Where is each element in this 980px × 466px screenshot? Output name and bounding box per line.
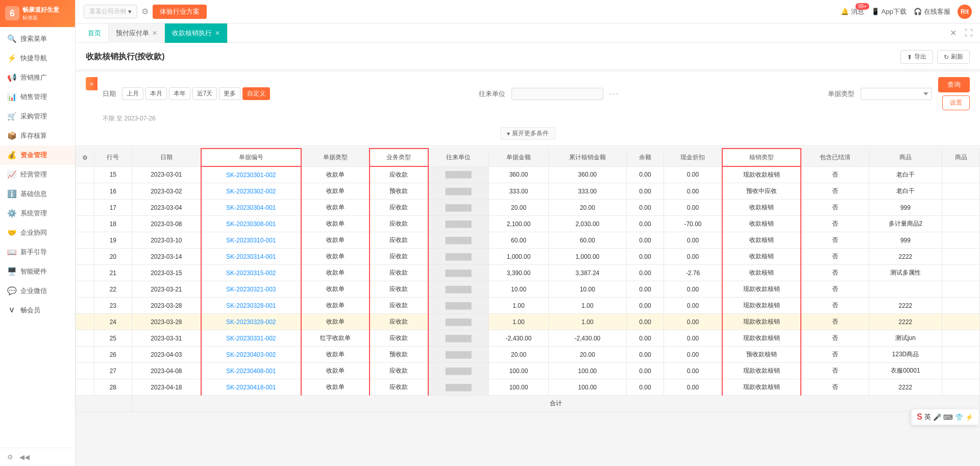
dropdown-arrow-icon: ▾ bbox=[128, 8, 132, 15]
tab-home[interactable]: 首页 bbox=[81, 23, 109, 43]
customer-service-item[interactable]: 🎧 在线客服 bbox=[914, 7, 950, 16]
badge-grid-icon: ⌨ bbox=[943, 413, 953, 421]
inventory-icon: 📦 bbox=[7, 131, 16, 140]
logo-text: 畅康道好生意 标推版 bbox=[22, 6, 59, 21]
voucher-type-label: 单据类型 bbox=[828, 89, 854, 99]
partner-input[interactable] bbox=[511, 88, 603, 100]
info-icon: ℹ️ bbox=[7, 189, 16, 199]
sidebar-logo: 6 畅康道好生意 标推版 bbox=[0, 0, 75, 27]
app-download-item[interactable]: 📱 App下载 bbox=[871, 7, 906, 16]
th-product2: 商品 bbox=[942, 149, 980, 166]
th-cash-discount: 现金折扣 bbox=[664, 149, 722, 166]
page-header: 收款核销执行(按收款) ⬆ 导出 ↻ 刷新 bbox=[76, 43, 980, 69]
th-partner: 往来单位 bbox=[428, 149, 489, 166]
tabbar-right: ✕ ⛶ bbox=[948, 26, 975, 40]
chevron-down-icon: ▾ bbox=[507, 130, 510, 137]
date-btn-custom[interactable]: 自定义 bbox=[242, 87, 270, 100]
voucher-no-link[interactable]: SK-20230403-002 bbox=[226, 351, 276, 358]
sidebar-collapse-btn[interactable]: ◀◀ bbox=[19, 453, 30, 461]
topbar-right: 🔔 消息 99+ 📱 App下载 🎧 在线客服 Rit bbox=[841, 5, 972, 19]
badge-text: 英 bbox=[924, 412, 931, 422]
th-settings[interactable]: ⚙ bbox=[76, 149, 94, 166]
voucher-no-link[interactable]: SK-20230321-003 bbox=[226, 286, 276, 293]
main-area: 某某公司示例 ▾ ⚙ 体验行业方案 🔔 消息 99+ 📱 App下载 🎧 在线客… bbox=[76, 0, 980, 466]
sidebar-item-system[interactable]: ⚙️ 系统管理 bbox=[0, 204, 75, 223]
sidebar-item-search[interactable]: 🔍 搜索菜单 bbox=[0, 29, 75, 48]
voucher-no-link[interactable]: SK-20230301-002 bbox=[226, 171, 276, 179]
date-btn-this-month[interactable]: 本月 bbox=[145, 87, 167, 100]
tab-close-write-off[interactable]: ✕ bbox=[215, 30, 220, 37]
badge-extra-icon: ⚡ bbox=[965, 413, 973, 421]
sales-icon: 📊 bbox=[7, 92, 16, 102]
message-bell-icon: 🔔 bbox=[841, 8, 849, 15]
expand-conditions-button[interactable]: ▾ 展开更多条件 bbox=[500, 127, 555, 140]
voucher-no-link[interactable]: SK-20230408-001 bbox=[226, 367, 276, 375]
voucher-no-link[interactable]: SK-20230310-001 bbox=[226, 237, 276, 244]
messages-item[interactable]: 🔔 消息 99+ bbox=[841, 7, 864, 16]
voucher-no-link[interactable]: SK-20230315-002 bbox=[226, 269, 276, 277]
sidebar-item-finance[interactable]: 💰 资金管理 bbox=[0, 145, 75, 165]
voucher-no-link[interactable]: SK-20230331-002 bbox=[226, 335, 276, 342]
sidebar: 6 畅康道好生意 标推版 🔍 搜索菜单 ⚡ 快捷导航 📢 营销推广 📊 销售管理… bbox=[0, 0, 76, 466]
voucher-no-link[interactable]: SK-20230328-002 bbox=[226, 318, 276, 326]
sidebar-item-marketing[interactable]: 📢 营销推广 bbox=[0, 68, 75, 87]
date-btn-this-year[interactable]: 本年 bbox=[169, 87, 190, 100]
settings-gear-icon[interactable]: ⚙ bbox=[141, 7, 149, 16]
sidebar-item-shortcut[interactable]: ⚡ 快捷导航 bbox=[0, 48, 75, 68]
filter-date-buttons: 上月 本月 本年 近7天 更多 自定义 bbox=[122, 87, 271, 100]
date-btn-last-month[interactable]: 上月 bbox=[122, 87, 143, 100]
industry-solution-button[interactable]: 体验行业方案 bbox=[153, 5, 207, 19]
date-btn-more[interactable]: 更多 bbox=[219, 87, 240, 100]
table-row: 192023-03-10SK-20230310-001收款单应收款██████6… bbox=[76, 232, 980, 249]
sidebar-bottom: ⚙ ◀◀ bbox=[0, 448, 75, 466]
voucher-no-link[interactable]: SK-20230308-001 bbox=[226, 220, 276, 228]
date-filter-label: 日期 bbox=[103, 89, 116, 99]
voucher-no-link[interactable]: SK-20230418-001 bbox=[226, 384, 276, 391]
sidebar-item-hardware[interactable]: 🖥️ 智能硬件 bbox=[0, 262, 75, 281]
filter-query-area: 查询 设置 bbox=[938, 77, 970, 110]
voucher-no-link[interactable]: SK-20230302-002 bbox=[226, 188, 276, 195]
query-button[interactable]: 查询 bbox=[938, 77, 970, 92]
sidebar-item-purchase[interactable]: 🛒 采购管理 bbox=[0, 107, 75, 126]
export-icon: ⬆ bbox=[907, 54, 912, 61]
s-logo-icon: S bbox=[917, 412, 922, 422]
topbar: 某某公司示例 ▾ ⚙ 体验行业方案 🔔 消息 99+ 📱 App下载 🎧 在线客… bbox=[76, 0, 980, 23]
sidebar-item-member[interactable]: V 畅会员 bbox=[0, 301, 75, 320]
refresh-button[interactable]: ↻ 刷新 bbox=[937, 50, 970, 64]
sidebar-settings-btn[interactable]: ⚙ bbox=[7, 453, 13, 461]
th-biz-type: 业务类型 bbox=[370, 149, 428, 166]
tab-write-off[interactable]: 收款核销执行 ✕ bbox=[165, 23, 228, 43]
headset-icon: 🎧 bbox=[914, 8, 922, 15]
voucher-no-link[interactable]: SK-20230328-001 bbox=[226, 302, 276, 309]
tab-close-all-button[interactable]: ✕ bbox=[948, 26, 959, 40]
sidebar-item-inventory[interactable]: 📦 库存核算 bbox=[0, 126, 75, 145]
sidebar-item-sales[interactable]: 📊 销售管理 bbox=[0, 87, 75, 107]
sidebar-item-wechat[interactable]: 💬 企业微信 bbox=[0, 281, 75, 301]
voucher-no-link[interactable]: SK-20230314-001 bbox=[226, 253, 276, 260]
settings-button[interactable]: 设置 bbox=[942, 95, 970, 110]
table-row: 232023-03-28SK-20230328-001收款单应收款██████1… bbox=[76, 298, 980, 314]
logo-icon: 6 bbox=[5, 6, 19, 20]
table-row: 202023-03-14SK-20230314-001收款单应收款██████1… bbox=[76, 249, 980, 265]
table-row: 162023-03-02SK-20230302-002收款单预收款██████3… bbox=[76, 183, 980, 200]
finance-icon: 💰 bbox=[7, 151, 16, 160]
shortcut-icon: ⚡ bbox=[7, 54, 16, 63]
voucher-type-select[interactable] bbox=[861, 88, 932, 100]
tab-close-prepayment[interactable]: ✕ bbox=[152, 30, 157, 37]
company-dropdown[interactable]: 某某公司示例 ▾ bbox=[84, 5, 137, 18]
tab-prepayment[interactable]: 预付应付单 ✕ bbox=[109, 23, 165, 43]
management-icon: 📈 bbox=[7, 170, 16, 179]
user-avatar[interactable]: Rit bbox=[958, 5, 972, 19]
sidebar-item-basic-info[interactable]: ℹ️ 基础信息 bbox=[0, 184, 75, 204]
sidebar-item-guide[interactable]: 📖 新手引导 bbox=[0, 242, 75, 262]
topbar-left: 某某公司示例 ▾ ⚙ 体验行业方案 bbox=[84, 5, 836, 19]
tab-maximize-button[interactable]: ⛶ bbox=[963, 27, 975, 40]
filter-expand-button[interactable]: » bbox=[86, 77, 97, 90]
sidebar-item-collaboration[interactable]: 🤝 企业协同 bbox=[0, 223, 75, 242]
export-button[interactable]: ⬆ 导出 bbox=[900, 50, 933, 64]
collaboration-icon: 🤝 bbox=[7, 228, 16, 237]
date-btn-7days[interactable]: 近7天 bbox=[192, 87, 217, 100]
th-voucher-no: 单据编号 bbox=[201, 149, 301, 166]
sidebar-item-management[interactable]: 📈 经营管理 bbox=[0, 165, 75, 184]
voucher-no-link[interactable]: SK-20230304-001 bbox=[226, 204, 276, 211]
